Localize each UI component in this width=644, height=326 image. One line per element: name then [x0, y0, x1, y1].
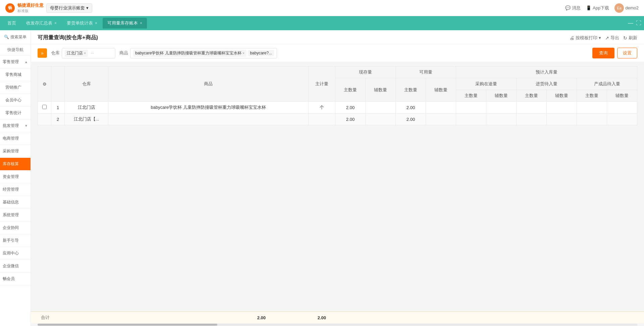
row1-stock-aux — [366, 102, 396, 113]
print-btn[interactable]: 🖨 按模板打印 ▾ — [570, 35, 601, 41]
refresh-label: 刷新 — [629, 35, 637, 41]
warehouse-more-btn[interactable]: ··· — [91, 51, 94, 55]
industry-selector[interactable]: 母婴行业演示账套 ▾ — [46, 3, 92, 13]
chevron-down-icon: ▾ — [86, 5, 89, 10]
table-container: ⚙ 仓库 商品 主计量 现存量 可用量 预计入库量 主数量 辅数量 主数量 辅数… — [31, 62, 644, 311]
print-chevron-icon: ▾ — [599, 35, 601, 40]
sidebar-item-ecommerce[interactable]: 电商管理 — [0, 132, 31, 145]
quick-nav-btn[interactable]: 快捷导航 — [0, 44, 31, 56]
product-tag-1-text: babycare学饮杯 儿童防摔防撞吸管杯重力球吸嘴杯宝宝水杯 — [135, 50, 241, 56]
row1-check[interactable] — [42, 105, 47, 109]
sidebar-item-wechat[interactable]: 企业微信 — [0, 260, 31, 273]
home-tab-label: 首页 — [7, 20, 16, 26]
app-download-btn[interactable]: 📱 App下载 — [586, 5, 609, 11]
sidebar-item-appstore[interactable]: 应用中心 — [0, 247, 31, 260]
sidebar-item-guide[interactable]: 新手引导 — [0, 234, 31, 247]
row1-unit: 个 — [309, 102, 335, 113]
th-unit: 主计量 — [309, 66, 335, 102]
basic-label: 基础信息 — [3, 199, 19, 205]
content-area: 可用量查询(按仓库+商品) 🖨 按模板打印 ▾ ↗ 导出 ↻ 刷新 — [31, 30, 644, 326]
tab-order[interactable]: 要货单统计表 × — [62, 18, 102, 29]
tab-maximize-btn[interactable]: ⛶ — [636, 20, 641, 26]
row2-product — [108, 113, 309, 125]
footer-stock-main: 2.00 — [235, 315, 266, 320]
page-title: 可用量查询(按仓库+商品) — [38, 34, 98, 41]
print-label: 按模板打印 — [576, 35, 597, 41]
wholesale-label: 批发管理 — [3, 123, 19, 129]
appstore-label: 应用中心 — [3, 250, 19, 256]
export-btn[interactable]: ↗ 导出 — [605, 35, 619, 41]
filter-toggle-btn[interactable]: » — [38, 48, 47, 58]
row1-checkbox[interactable] — [38, 102, 51, 113]
sidebar-item-marketing[interactable]: 营销推广 — [0, 81, 31, 94]
sidebar-item-finance[interactable]: 资金管理 — [0, 171, 31, 183]
quick-nav-label: 快捷导航 — [7, 47, 23, 52]
th-purchase-transit-main: 主数量 — [456, 90, 486, 102]
sidebar-item-basic[interactable]: 基础信息 — [0, 196, 31, 209]
row2-unit — [309, 113, 335, 125]
app-branding: 畅捷通好生意 标准版 — [17, 2, 44, 13]
download-icon: 📱 — [586, 5, 591, 10]
th-incoming-wait-aux: 辅数量 — [547, 90, 577, 102]
sidebar-item-retail[interactable]: 零售管理 ▲ — [0, 56, 31, 68]
tab-inventory[interactable]: 可用量库存账本 × — [103, 18, 147, 29]
query-btn[interactable]: 查询 — [592, 48, 614, 58]
tab-close-order[interactable]: × — [95, 21, 97, 26]
row1-product-wait-main — [577, 102, 607, 113]
th-available-main: 主数量 — [396, 78, 426, 102]
tab-home[interactable]: 首页 — [3, 18, 21, 29]
scrollbar-thumb[interactable] — [38, 324, 217, 326]
th-stock: 现存量 — [335, 66, 396, 78]
sidebar-item-system[interactable]: 系统管理 — [0, 209, 31, 222]
industry-label: 母婴行业演示账套 — [50, 5, 85, 11]
th-available-aux: 辅数量 — [426, 78, 456, 102]
product-tag-1: babycare学饮杯 儿童防摔防撞吸管杯重力球吸嘴杯宝宝水杯 × — [133, 50, 247, 57]
warehouse-filter-input[interactable]: 江北门店 × ··· — [62, 48, 115, 58]
footer-available-main: 2.00 — [296, 315, 326, 320]
sidebar-item-retail-stats[interactable]: 零售统计 — [0, 107, 31, 120]
top-bar: 畅 畅捷通好生意 标准版 母婴行业演示账套 ▾ 💬 消息 📱 App下载 Ea … — [0, 0, 644, 16]
search-menu-btn[interactable]: 🔍 搜索菜单 — [3, 33, 28, 41]
sidebar-item-enterprise[interactable]: 企业协同 — [0, 222, 31, 234]
sidebar-item-member[interactable]: 会员中心 — [0, 94, 31, 107]
print-icon: 🖨 — [570, 35, 574, 41]
row1-warehouse: 江北门店 — [65, 102, 108, 113]
guide-label: 新手引导 — [3, 238, 19, 243]
product-tag-1-remove[interactable]: × — [243, 51, 245, 55]
avatar: Ea — [614, 3, 624, 13]
row2-no: 2 — [51, 113, 65, 125]
th-incoming-wait: 进货待入量 — [517, 78, 577, 90]
message-icon: 💬 — [565, 5, 571, 10]
settings-btn[interactable]: 设置 — [617, 48, 637, 58]
th-incoming-wait-main: 主数量 — [517, 90, 547, 102]
tab-receipt[interactable]: 收发存汇总表 × — [21, 18, 61, 29]
row2-checkbox[interactable] — [38, 113, 51, 125]
th-settings[interactable]: ⚙ — [38, 66, 51, 102]
tab-close-receipt[interactable]: × — [54, 21, 57, 26]
tab-bar-actions: — ⛶ — [628, 20, 641, 26]
export-icon: ↗ — [605, 35, 609, 41]
user-profile[interactable]: Ea demo2 — [614, 3, 639, 13]
tab-minimize-btn[interactable]: — — [628, 20, 633, 26]
sidebar-item-vip[interactable]: 畅会员 — [0, 273, 31, 285]
sidebar-item-purchase[interactable]: 采购管理 — [0, 145, 31, 158]
sidebar-item-inventory-mgmt[interactable]: 库存核算 — [0, 158, 31, 171]
warehouse-tag-remove[interactable]: × — [84, 51, 86, 55]
member-label: 会员中心 — [5, 97, 21, 103]
product-tag-2: babycare?... — [248, 50, 274, 56]
refresh-btn[interactable]: ↻ 刷新 — [623, 35, 637, 41]
th-product: 商品 — [108, 66, 309, 102]
tab-bar: 首页 收发存汇总表 × 要货单统计表 × 可用量库存账本 × — ⛶ — [0, 16, 644, 30]
message-btn[interactable]: 💬 消息 — [565, 5, 581, 11]
sidebar-item-operations[interactable]: 经营管理 — [0, 183, 31, 196]
scrollbar-container — [31, 323, 644, 326]
purchase-label: 采购管理 — [3, 148, 19, 154]
row2-purchase-transit-main — [456, 113, 486, 125]
product-filter-input[interactable]: babycare学饮杯 儿童防摔防撞吸管杯重力球吸嘴杯宝宝水杯 × babyca… — [130, 48, 277, 58]
table-row: 2 江北门店【... 2.00 2.00 — [38, 113, 637, 125]
tab-close-inventory[interactable]: × — [140, 21, 142, 26]
sidebar-item-wholesale[interactable]: 批发管理 ▼ — [0, 120, 31, 132]
top-bar-right: 💬 消息 📱 App下载 Ea demo2 — [565, 3, 639, 13]
sidebar-item-retail-mall[interactable]: 零售商城 — [0, 68, 31, 81]
row1-incoming-wait-aux — [547, 102, 577, 113]
